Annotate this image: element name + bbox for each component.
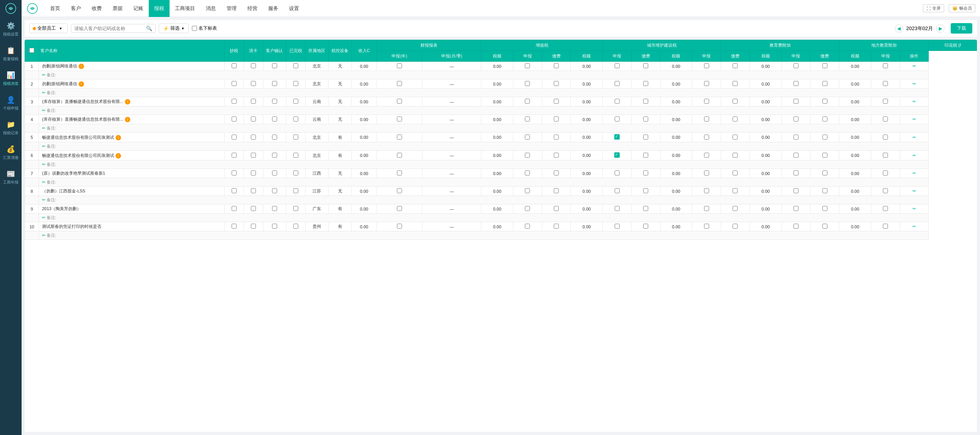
chaoshui-checkbox[interactable] xyxy=(224,222,244,231)
vat-declare-checkbox[interactable] xyxy=(513,187,542,196)
annual-declare-checkbox[interactable] xyxy=(377,62,422,71)
confirm-checkbox[interactable] xyxy=(263,187,286,196)
edit-button[interactable]: ✏ xyxy=(900,133,929,142)
chaoshui-checkbox[interactable] xyxy=(224,204,244,214)
edit-button[interactable]: ✏ xyxy=(900,97,929,106)
qingka-checkbox[interactable] xyxy=(244,187,263,196)
city-pay-checkbox[interactable] xyxy=(631,169,660,178)
sidebar-item-geshuishenbao[interactable]: 👤 个税申报 xyxy=(0,91,22,116)
vat-pay-checkbox[interactable] xyxy=(542,204,571,214)
nav-operation[interactable]: 经营 xyxy=(242,0,263,17)
edu-pay-checkbox[interactable] xyxy=(721,133,750,142)
stamp-declare-checkbox[interactable] xyxy=(871,151,900,160)
confirm-checkbox[interactable] xyxy=(263,169,286,178)
annual-declare-checkbox[interactable] xyxy=(377,79,422,89)
edu-pay-checkbox[interactable] xyxy=(721,115,750,124)
local-declare-checkbox[interactable] xyxy=(782,115,810,124)
local-declare-checkbox[interactable] xyxy=(782,151,810,160)
sidebar-item-baoshuishezhi[interactable]: ⚙️ 报税设置 xyxy=(0,17,22,42)
remark-edit-icon[interactable]: ✏ xyxy=(42,197,45,202)
qingka-checkbox[interactable] xyxy=(244,204,263,214)
nav-settings[interactable]: 设置 xyxy=(284,0,304,17)
remark-edit-icon[interactable]: ✏ xyxy=(42,108,45,113)
confirm-checkbox[interactable] xyxy=(263,133,286,142)
annual-declare-checkbox[interactable] xyxy=(377,97,422,106)
vat-declare-checkbox[interactable] xyxy=(513,97,542,106)
local-declare-checkbox[interactable] xyxy=(782,169,810,178)
edit-button[interactable]: ✏ xyxy=(900,169,929,178)
edit-button[interactable]: ✏ xyxy=(900,79,929,89)
edit-button[interactable]: ✏ xyxy=(900,62,929,71)
annual-declare-checkbox[interactable] xyxy=(377,204,422,214)
edit-button[interactable]: ✏ xyxy=(900,204,929,214)
local-pay-checkbox[interactable] xyxy=(810,79,839,89)
nav-home[interactable]: 首页 xyxy=(45,0,66,17)
vat-pay-checkbox[interactable] xyxy=(542,115,571,124)
nav-billing[interactable]: 收费 xyxy=(86,0,107,17)
edu-declare-checkbox[interactable] xyxy=(692,133,721,142)
city-pay-checkbox[interactable] xyxy=(631,151,660,160)
city-declare-checkbox[interactable] xyxy=(603,187,632,196)
annual-declare-checkbox[interactable] xyxy=(377,169,422,178)
stamp-declare-checkbox[interactable] xyxy=(871,187,900,196)
chaoshui-checkbox[interactable] xyxy=(224,169,244,178)
nav-business[interactable]: 工商项目 xyxy=(170,0,200,17)
local-declare-checkbox[interactable] xyxy=(782,187,810,196)
chaoshui-checkbox[interactable] xyxy=(224,97,244,106)
city-pay-checkbox[interactable] xyxy=(631,62,660,71)
select-all-checkbox[interactable] xyxy=(29,48,34,53)
edu-declare-checkbox[interactable] xyxy=(692,169,721,178)
vat-declare-checkbox[interactable] xyxy=(513,222,542,231)
remark-edit-icon[interactable]: ✏ xyxy=(42,180,45,184)
vat-declare-checkbox[interactable] xyxy=(513,79,542,89)
edu-pay-checkbox[interactable] xyxy=(721,79,750,89)
remark-edit-icon[interactable]: ✏ xyxy=(42,233,45,238)
paid-checkbox[interactable] xyxy=(286,79,305,89)
chaoshui-checkbox[interactable] xyxy=(224,115,244,124)
qingka-checkbox[interactable] xyxy=(244,97,263,106)
date-prev-button[interactable]: ◀ xyxy=(895,24,903,33)
qingka-checkbox[interactable] xyxy=(244,62,263,71)
paid-checkbox[interactable] xyxy=(286,204,305,214)
confirm-checkbox[interactable] xyxy=(263,62,286,71)
local-declare-checkbox[interactable] xyxy=(782,133,810,142)
annual-declare-checkbox[interactable] xyxy=(377,151,422,160)
edit-button[interactable]: ✏ xyxy=(900,115,929,124)
sidebar-item-baoshuiliulan[interactable]: 📊 报税浏览 xyxy=(0,66,22,91)
edu-declare-checkbox[interactable] xyxy=(692,222,721,231)
local-declare-checkbox[interactable] xyxy=(782,204,810,214)
qingka-checkbox[interactable] xyxy=(244,222,263,231)
sidebar-item-gongshangnianbaoa[interactable]: 📰 工商年报 xyxy=(0,165,22,190)
local-pay-checkbox[interactable] xyxy=(810,169,839,178)
chaoshui-checkbox[interactable] xyxy=(224,62,244,71)
vat-declare-checkbox[interactable] xyxy=(513,115,542,124)
edu-pay-checkbox[interactable] xyxy=(721,169,750,178)
vat-pay-checkbox[interactable] xyxy=(542,169,571,178)
paid-checkbox[interactable] xyxy=(286,133,305,142)
confirm-checkbox[interactable] xyxy=(263,204,286,214)
vat-declare-checkbox[interactable] xyxy=(513,151,542,160)
local-pay-checkbox[interactable] xyxy=(810,133,839,142)
edit-button[interactable]: ✏ xyxy=(900,222,929,231)
edu-pay-checkbox[interactable] xyxy=(721,204,750,214)
annual-declare-checkbox[interactable] xyxy=(377,187,422,196)
edu-pay-checkbox[interactable] xyxy=(721,187,750,196)
confirm-checkbox[interactable] xyxy=(263,115,286,124)
city-declare-checkbox[interactable] xyxy=(603,169,632,178)
download-button[interactable]: 下载 xyxy=(951,23,972,34)
confirm-checkbox[interactable] xyxy=(263,151,286,160)
edu-declare-checkbox[interactable] xyxy=(692,115,721,124)
nav-invoice[interactable]: 票据 xyxy=(107,0,128,17)
vat-declare-checkbox[interactable] xyxy=(513,133,542,142)
vat-pay-checkbox[interactable] xyxy=(542,187,571,196)
stamp-declare-checkbox[interactable] xyxy=(871,133,900,142)
remark-edit-icon[interactable]: ✏ xyxy=(42,215,45,220)
local-pay-checkbox[interactable] xyxy=(810,115,839,124)
chaoshui-checkbox[interactable] xyxy=(224,151,244,160)
annual-declare-checkbox[interactable] xyxy=(377,133,422,142)
city-declare-checkbox[interactable] xyxy=(603,97,632,106)
qingka-checkbox[interactable] xyxy=(244,151,263,160)
remark-edit-icon[interactable]: ✏ xyxy=(42,162,45,167)
named-checkbox-label[interactable]: 名下标表 xyxy=(192,25,217,32)
vat-pay-checkbox[interactable] xyxy=(542,79,571,89)
